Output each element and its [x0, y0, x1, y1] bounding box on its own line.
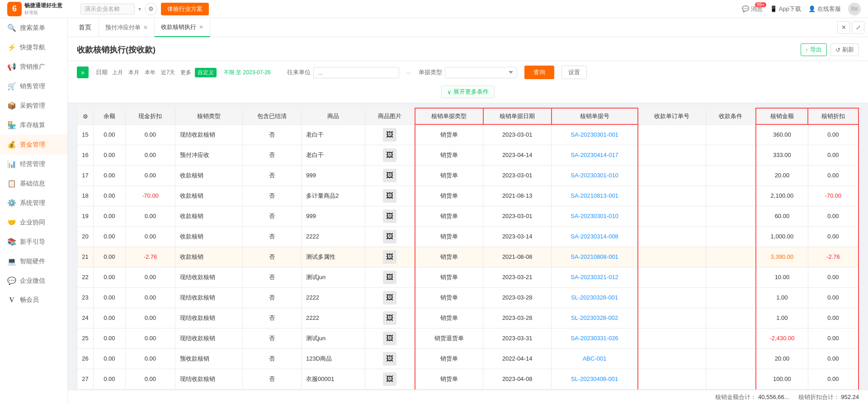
tab-prepayment[interactable]: 预付冲应付单 ✕: [99, 18, 155, 37]
cell-no: 17: [77, 165, 94, 185]
cell-voucher-no[interactable]: SL-20230408-001: [552, 369, 638, 389]
voucher-no-link[interactable]: SL-20230328-002: [571, 314, 618, 321]
sidebar-item-collab[interactable]: 🤝 企业协同: [0, 213, 67, 232]
cell-voucher-no[interactable]: SA-20210808-001: [552, 247, 638, 267]
sidebar-item-hardware[interactable]: 💻 智能硬件: [0, 252, 67, 271]
tab-writeoff[interactable]: 收款核销执行 ✕: [155, 18, 210, 37]
voucher-no-link[interactable]: SL-20230328-001: [571, 294, 618, 301]
sidebar-item-quick-nav[interactable]: ⚡ 快捷导航: [0, 38, 67, 57]
cell-goods-img: 🖼: [365, 185, 415, 206]
table-wrapper[interactable]: ⚙ 余额 现金折扣 核销类型 包含已结清 商品 商品图片 核销单据类型 核销单据…: [68, 103, 868, 390]
sidebar-item-base-info[interactable]: 📋 基础信息: [0, 174, 67, 193]
company-dropdown-arrow[interactable]: ▾: [138, 6, 141, 12]
cell-settled: 否: [243, 206, 302, 226]
trial-industry-button[interactable]: 体验行业方案: [161, 3, 209, 15]
cell-voucher-no[interactable]: SA-20230301-001: [552, 124, 638, 145]
cell-discount: 0.00: [125, 165, 175, 185]
company-name[interactable]: 演示企业名称: [80, 4, 135, 14]
filter-collapse-button[interactable]: »: [77, 67, 89, 78]
sidebar-item-finance[interactable]: 💰 资金管理: [0, 135, 67, 154]
column-settings-icon[interactable]: ⚙: [83, 113, 88, 120]
voucher-no-link[interactable]: SA-20230331-026: [571, 335, 618, 342]
tab-writeoff-close[interactable]: ✕: [199, 24, 203, 30]
tab-home[interactable]: 首页: [71, 18, 99, 37]
cell-voucher-no[interactable]: ABC-001: [552, 348, 638, 369]
sidebar-item-operation[interactable]: 📊 经营管理: [0, 154, 67, 174]
sidebar-item-sales[interactable]: 🛒 销售管理: [0, 76, 67, 96]
voucher-no-link[interactable]: SL-20230408-001: [571, 375, 618, 382]
cell-voucher-no[interactable]: SA-20230301-010: [552, 165, 638, 185]
th-goods: 商品: [301, 108, 365, 124]
voucher-no-link[interactable]: SA-20210813-001: [571, 192, 618, 199]
cell-voucher-no[interactable]: SL-20230328-002: [552, 308, 638, 328]
cell-order-no: [638, 348, 706, 369]
cell-voucher-no[interactable]: SA-20210813-001: [552, 185, 638, 206]
service-icon: 👤: [808, 5, 816, 12]
export-button[interactable]: ↑ 导出: [801, 43, 827, 56]
voucher-no-link[interactable]: ABC-001: [583, 355, 607, 362]
sidebar-label-wechat: 企业微信: [20, 277, 45, 285]
cell-condition: [706, 348, 756, 369]
voucher-no-link[interactable]: SA-20230321-012: [571, 274, 618, 280]
date-custom-button[interactable]: 自定义: [195, 68, 217, 77]
settings-button[interactable]: 设置: [561, 66, 587, 79]
date-btn-7days[interactable]: 近7天: [159, 68, 177, 77]
cell-voucher-no[interactable]: SA-20230301-010: [552, 206, 638, 226]
cell-voucher-no[interactable]: SL-20230328-001: [552, 287, 638, 308]
cell-settled: 否: [243, 287, 302, 308]
date-btn-last-month[interactable]: 上月: [110, 68, 125, 77]
sidebar-item-member[interactable]: V 畅会员: [0, 290, 67, 309]
sidebar-item-marketing[interactable]: 📢 营销推广: [0, 57, 67, 76]
cell-voucher-no[interactable]: SA-20230331-026: [552, 328, 638, 348]
party-filter-input[interactable]: [313, 67, 399, 78]
expand-more-button[interactable]: ∨ 展开更多条件: [441, 86, 495, 98]
sidebar-item-guide[interactable]: 📚 新手引导: [0, 232, 67, 252]
voucher-no-link[interactable]: SA-20230301-010: [571, 213, 618, 219]
message-button[interactable]: 💬 消息 99+: [742, 5, 763, 13]
app-download-button[interactable]: 📱 App下载: [770, 5, 801, 13]
voucher-no-link[interactable]: SA-20230301-010: [571, 172, 618, 179]
cell-type: 预付冲应收: [175, 145, 242, 165]
brand-name: 畅捷通谱好生意: [24, 2, 62, 10]
cell-voucher-no[interactable]: SA-20230314-008: [552, 226, 638, 247]
sidebar-item-system[interactable]: ⚙️ 系统管理: [0, 193, 67, 213]
cell-goods: 999: [301, 206, 365, 226]
cell-goods: 测试多属性: [301, 247, 365, 267]
cell-voucher-no[interactable]: SA-20230321-012: [552, 267, 638, 287]
tab-maximize-button[interactable]: ⤢: [852, 21, 864, 34]
footer-off-label: 核销折扣合计：: [798, 394, 840, 400]
cell-voucher-date: 2021-08-13: [483, 185, 552, 206]
date-btn-this-month[interactable]: 本月: [127, 68, 141, 77]
cell-settled: 否: [243, 348, 302, 369]
cell-type: 收款核销: [175, 165, 242, 185]
settings-gear-button[interactable]: ⚙: [145, 3, 157, 15]
cell-condition: [706, 308, 756, 328]
sidebar-item-purchase[interactable]: 📦 采购管理: [0, 96, 67, 115]
table-row: 260.000.00预收款核销否123D商品🖼销货单2022-04-14ABC-…: [77, 348, 859, 369]
date-btn-this-year[interactable]: 本年: [143, 68, 157, 77]
cell-amount: 10.00: [756, 267, 808, 287]
search-menu-icon: 🔍: [7, 24, 16, 32]
voucher-no-link[interactable]: SA-20230314-008: [571, 233, 618, 240]
user-avatar[interactable]: Rit: [848, 3, 861, 15]
cell-amount: 100.00: [756, 369, 808, 389]
th-settings[interactable]: ⚙: [77, 108, 94, 124]
voucher-no-link[interactable]: SA-20210808-001: [571, 253, 618, 260]
cell-off: 0.00: [808, 369, 859, 389]
online-service-button[interactable]: 👤 在线客服: [808, 5, 841, 13]
voucher-no-link[interactable]: SA-20230414-017: [571, 152, 618, 158]
cell-condition: [706, 328, 756, 348]
sidebar-item-inventory[interactable]: 🏪 库存核算: [0, 115, 67, 135]
voucher-type-select[interactable]: [445, 67, 517, 78]
tab-close-window-button[interactable]: ✕: [837, 21, 850, 34]
cell-condition: [706, 185, 756, 206]
date-btn-more[interactable]: 更多: [179, 68, 193, 77]
sidebar-item-search[interactable]: 🔍 搜索菜单: [0, 18, 67, 38]
tab-prepayment-close[interactable]: ✕: [143, 24, 148, 31]
sidebar-item-wechat[interactable]: 💬 企业微信: [0, 271, 67, 290]
query-button[interactable]: 查询: [524, 66, 554, 79]
voucher-no-link[interactable]: SA-20230301-001: [571, 131, 618, 138]
refresh-button[interactable]: ↺ 刷新: [830, 43, 859, 56]
cell-voucher-no[interactable]: SA-20230414-017: [552, 145, 638, 165]
cell-discount: 0.00: [125, 308, 175, 328]
